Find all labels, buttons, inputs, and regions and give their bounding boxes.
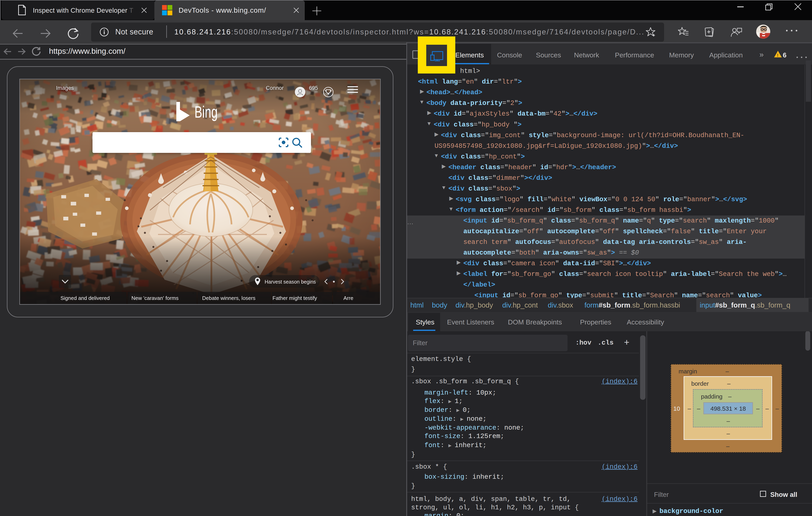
svg-text:Bing: Bing: [195, 103, 218, 121]
